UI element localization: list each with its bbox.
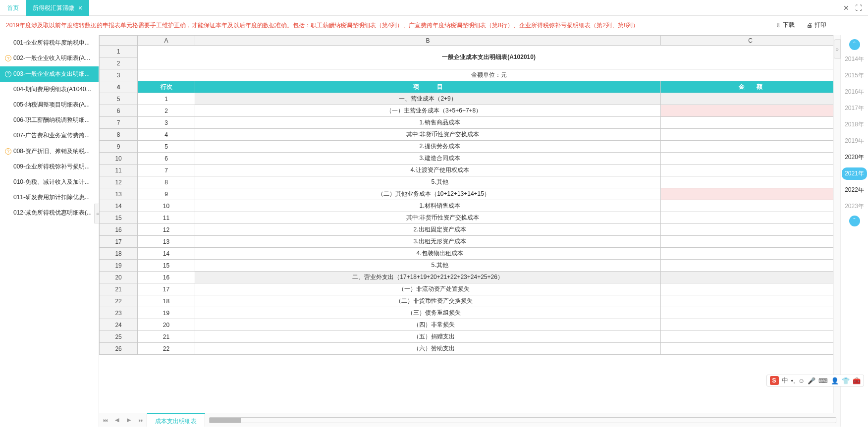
row-number[interactable]: 20 [100, 272, 138, 283]
cell-amount[interactable] [661, 212, 840, 224]
year-option[interactable]: 2020年 [842, 151, 867, 164]
cell-amount[interactable] [661, 224, 840, 236]
fullscreen-icon[interactable]: ⛶ [855, 4, 862, 12]
ime-toolbar[interactable]: S 中 •, ☺ 🎤 ⌨ 👤 👕 🧰 [766, 375, 864, 386]
cell-item[interactable]: 2.提供劳务成本 [195, 141, 660, 153]
row-number[interactable]: 16 [100, 224, 138, 236]
cell-amount[interactable] [661, 105, 840, 117]
cell-item[interactable]: 5.其他 [195, 260, 660, 272]
hscroll-thumb[interactable] [210, 418, 241, 423]
print-button[interactable]: 🖨 打印 [807, 21, 826, 29]
sidebar-item-9[interactable]: 010-免税、减计收入及加计... [0, 174, 99, 190]
row-number[interactable]: 24 [100, 319, 138, 331]
vertical-scrollbar[interactable] [833, 35, 840, 413]
year-option[interactable]: 2021年 [842, 167, 867, 180]
sidebar-item-0[interactable]: 001-企业所得税年度纳税申... [0, 35, 99, 51]
year-scroll-up[interactable]: ˆ [849, 39, 860, 50]
cell-line-no[interactable]: 20 [138, 319, 195, 331]
cell-line-no[interactable]: 9 [138, 188, 195, 200]
tab-home[interactable]: 首页 [0, 0, 26, 16]
cell-item[interactable]: （六）赞助支出 [195, 343, 660, 355]
ime-skin-icon[interactable]: 👕 [842, 377, 850, 385]
sheet-nav-prev[interactable]: ◀ [111, 413, 123, 427]
year-scroll-down[interactable]: ˇ [849, 216, 860, 226]
cell-amount[interactable] [661, 117, 840, 129]
cell-line-no[interactable]: 4 [138, 129, 195, 141]
sheet-nav-last[interactable]: ⏭ [135, 413, 147, 427]
ime-toolbox-icon[interactable]: 🧰 [853, 377, 861, 385]
sheet-scroll[interactable]: A B C 1一般企业成本支出明细表(A102010) 2 3金额单位：元 4 … [99, 35, 840, 413]
sidebar-item-8[interactable]: 009-企业所得税弥补亏损明... [0, 159, 99, 174]
cell-line-no[interactable]: 10 [138, 200, 195, 212]
cell-amount[interactable] [661, 331, 840, 343]
row-number[interactable]: 10 [100, 153, 138, 165]
sidebar-item-2[interactable]: ?003-一般企业成本支出明细... [0, 66, 99, 82]
row-number[interactable]: 13 [100, 188, 138, 200]
cell-line-no[interactable]: 8 [138, 176, 195, 188]
row-number[interactable]: 25 [100, 331, 138, 343]
cell-amount[interactable] [661, 319, 840, 331]
cell-item[interactable]: 1.材料销售成本 [195, 200, 660, 212]
ime-keyboard-icon[interactable]: ⌨ [818, 377, 828, 385]
ime-punct-icon[interactable]: •, [791, 377, 795, 385]
year-option[interactable]: 2022年 [842, 184, 867, 196]
row-number[interactable]: 18 [100, 248, 138, 260]
cell-item[interactable]: 其中:非货币性资产交换成本 [195, 212, 660, 224]
row-number[interactable]: 17 [100, 236, 138, 248]
cell-amount[interactable] [661, 343, 840, 355]
row-number[interactable]: 15 [100, 212, 138, 224]
cell-item[interactable]: 其中:非货币性资产交换成本 [195, 129, 660, 141]
col-header-a[interactable]: A [138, 36, 195, 46]
close-window-icon[interactable]: ✕ [843, 4, 849, 12]
cell-amount[interactable] [661, 248, 840, 260]
col-header-b[interactable]: B [195, 36, 660, 46]
row-number[interactable]: 11 [100, 165, 138, 176]
sidebar-item-4[interactable]: 005-纳税调整项目明细表(A... [0, 97, 99, 112]
download-button[interactable]: ⇩ 下载 [776, 21, 795, 29]
sheet-tab-active[interactable]: 成本支出明细表 [147, 413, 205, 427]
cell-item[interactable]: （一）主营业务成本（3+5+6+7+8） [195, 105, 660, 117]
sheet-nav-first[interactable]: ⏮ [99, 413, 111, 427]
form-list-sidebar[interactable]: 001-企业所得税年度纳税申...?002-一般企业收入明细表(A10...?0… [0, 35, 99, 427]
row-number[interactable]: 7 [100, 117, 138, 129]
cell-item[interactable]: （五）捐赠支出 [195, 331, 660, 343]
cell-item[interactable]: 5.其他 [195, 176, 660, 188]
cell-item[interactable]: （二）其他业务成本（10+12+13+14+15） [195, 188, 660, 200]
cell-amount[interactable] [661, 283, 840, 295]
ime-user-icon[interactable]: 👤 [831, 377, 839, 385]
row-number[interactable]: 19 [100, 260, 138, 272]
cell-line-no[interactable]: 22 [138, 343, 195, 355]
row-number[interactable]: 26 [100, 343, 138, 355]
cell-item[interactable]: 4.包装物出租成本 [195, 248, 660, 260]
ime-mic-icon[interactable]: 🎤 [808, 377, 815, 385]
sidebar-item-3[interactable]: 004-期间费用明细表(A1040... [0, 82, 99, 97]
sheet-nav-next[interactable]: ▶ [123, 413, 135, 427]
cell-amount[interactable] [661, 200, 840, 212]
horizontal-scrollbar[interactable] [209, 417, 836, 423]
cell-amount[interactable] [661, 188, 840, 200]
ime-emoji-icon[interactable]: ☺ [798, 377, 805, 385]
cell-amount[interactable] [661, 260, 840, 272]
tab-income-tax[interactable]: 所得税汇算清缴 × [26, 0, 89, 16]
close-icon[interactable]: × [78, 0, 82, 16]
cell-item[interactable]: （三）债务重组损失 [195, 307, 660, 319]
cell-line-no[interactable]: 17 [138, 283, 195, 295]
cell-line-no[interactable]: 16 [138, 272, 195, 283]
cell-line-no[interactable]: 19 [138, 307, 195, 319]
cell-amount[interactable] [661, 129, 840, 141]
cell-item[interactable]: 1.销售商品成本 [195, 117, 660, 129]
row-number[interactable]: 12 [100, 176, 138, 188]
cell-item[interactable]: 3.出租无形资产成本 [195, 236, 660, 248]
cell-amount[interactable] [661, 141, 840, 153]
row-number[interactable]: 22 [100, 295, 138, 307]
cell-line-no[interactable]: 3 [138, 117, 195, 129]
cell-amount[interactable] [661, 153, 840, 165]
cell-item[interactable]: （四）非常损失 [195, 319, 660, 331]
row-number[interactable]: 6 [100, 105, 138, 117]
rail-expand-handle[interactable]: » [834, 39, 841, 59]
row-number[interactable]: 9 [100, 141, 138, 153]
cell-line-no[interactable]: 21 [138, 331, 195, 343]
sidebar-item-5[interactable]: 006-职工薪酬纳税调整明细... [0, 112, 99, 128]
row-number[interactable]: 8 [100, 129, 138, 141]
cell-line-no[interactable]: 5 [138, 141, 195, 153]
